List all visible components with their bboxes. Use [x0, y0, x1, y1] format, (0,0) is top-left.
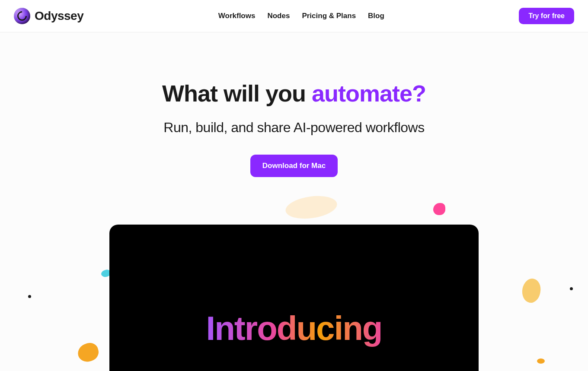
video-overlay-text: Introducing [206, 309, 382, 348]
hero-subtitle: Run, build, and share AI-powered workflo… [0, 120, 588, 136]
nav-link-pricing[interactable]: Pricing & Plans [302, 12, 356, 20]
video-preview[interactable]: Introducing [109, 225, 479, 371]
nav-link-nodes[interactable]: Nodes [267, 12, 290, 20]
decorative-blob [76, 341, 100, 364]
decorative-blob [284, 193, 339, 222]
logo-area[interactable]: Odyssey [14, 8, 83, 24]
download-button[interactable]: Download for Mac [250, 155, 338, 177]
hero-title: What will you automate? [0, 80, 588, 107]
hero-title-accent: automate? [312, 80, 426, 106]
decorative-blob [433, 203, 445, 215]
logo-icon [14, 8, 30, 24]
brand-name: Odyssey [35, 9, 83, 23]
decorative-blob [537, 358, 545, 364]
decorative-dot [28, 295, 31, 298]
main-nav: Workflows Nodes Pricing & Plans Blog [218, 12, 384, 20]
site-header: Odyssey Workflows Nodes Pricing & Plans … [0, 0, 588, 32]
decorative-dot [570, 287, 573, 290]
hero-title-prefix: What will you [162, 80, 312, 106]
nav-link-workflows[interactable]: Workflows [218, 12, 256, 20]
try-for-free-button[interactable]: Try for free [519, 8, 574, 24]
nav-link-blog[interactable]: Blog [368, 12, 384, 20]
decorative-blob [520, 277, 542, 304]
hero-section: What will you automate? Run, build, and … [0, 32, 588, 371]
